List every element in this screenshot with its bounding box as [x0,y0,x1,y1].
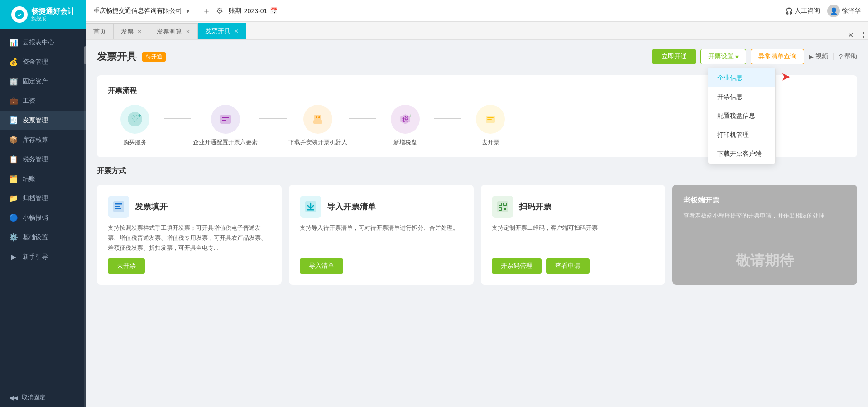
method-card-import-list: 导入开票清单 支持导入待开票清单，可对待开票清单进行拆分、合并处理。 导入清单 [289,185,474,285]
add-company-icon[interactable]: ＋ [202,5,211,16]
printer-mgmt-label: 打印机管理 [717,131,749,138]
divider: | [833,53,834,61]
page-actions: 立即开通 开票设置 ▾ 异常清单查询 ▶ 视频 | ? 帮助 [652,49,857,64]
logo-icon [11,6,28,23]
tab-home[interactable]: 首页 [86,23,114,39]
help-btn[interactable]: ? 帮助 [839,53,857,61]
dropdown-item-company-info[interactable]: 企业信息 ➤ [708,68,775,87]
svg-rect-10 [316,116,320,116]
tab-invoice-issue[interactable]: 发票开具 ✕ [198,23,246,39]
dropdown-item-printer-mgmt[interactable]: 打印机管理 [708,126,775,145]
account-period: 账期 2023-01 📅 [229,7,278,15]
sidebar-item-inventory[interactable]: 📦 库存核算 [0,130,86,150]
flow-icon-add-tax-disk: 税+ [391,105,420,134]
method-card-header-scan: 扫码开票 [492,196,655,218]
settings-btn-label: 开票设置 [708,53,734,61]
video-label: 视频 [815,53,828,61]
header-actions: ＋ ⚙ [197,5,229,16]
sidebar-item-cloud-report[interactable]: 📊 云报表中心 [0,33,86,52]
manual-fill-desc: 支持按照发票样式手工填开发票；可开具增值税电子普通发票、增值税普通发票、增值税专… [108,223,271,253]
dropdown-item-download-client[interactable]: 下载开票客户端 [708,145,775,164]
sidebar-item-fixed-assets[interactable]: 🏢 固定资产 [0,72,86,91]
app-subtitle: 旗舰版 [31,15,75,22]
sidebar-item-xiaogang-sales[interactable]: 🔵 小畅报销 [0,208,86,228]
scan-invoice-code-mgmt-btn[interactable]: 开票码管理 [492,258,542,274]
tabs-bar: 首页 发票 ✕ 发票测算 ✕ 发票开具 ✕ ✕ ⛶ [86,22,868,40]
tab-expand-btn[interactable]: ⛶ [857,31,864,39]
human-consultant-btn[interactable]: 🎧 人工咨询 [785,7,820,15]
tab-invoice[interactable]: 发票 ✕ [114,23,149,39]
svg-point-0 [15,10,24,19]
status-badge: 待开通 [142,52,166,62]
svg-text:税: 税 [402,116,408,123]
activate-btn[interactable]: 立即开通 [652,49,696,64]
tabs-right-actions: ✕ ⛶ [844,31,868,39]
fixed-assets-icon: 🏢 [9,77,18,86]
svg-rect-17 [487,119,492,120]
tab-invoice-label: 发票 [121,28,134,36]
sidebar-item-basic-settings[interactable]: ⚙️ 基础设置 [0,228,86,247]
method-card-scan-invoice: 扫码开票 支持定制开票二维码，客户端可扫码开票 开票码管理 查看申请 [481,185,666,285]
sidebar-item-label: 结账 [23,175,35,183]
anomaly-list-btn[interactable]: 异常清单查询 [751,49,804,64]
calendar-icon[interactable]: 📅 [270,7,278,15]
header-right: 🎧 人工咨询 👤 徐泽华 [785,5,861,17]
tab-invoice-issue-close[interactable]: ✕ [234,28,239,34]
scan-invoice-view-apply-btn[interactable]: 查看申请 [546,258,590,274]
svg-point-8 [316,116,317,118]
flow-icon-buy-service: ♡+ [120,105,149,134]
flow-label-config-enterprise: 企业开通配置开票六要素 [193,138,258,146]
sidebar-item-tax-mgmt[interactable]: 📋 税务管理 [0,150,86,169]
sidebar-nav: 📊 云报表中心 💰 资金管理 🏢 固定资产 💼 工资 🧾 发票管理 📦 库存核算… [0,29,86,388]
sidebar-item-archive-mgmt[interactable]: 📁 归档管理 [0,189,86,208]
question-icon: ? [839,53,843,60]
page-title-row: 发票开具 待开通 [97,50,166,63]
svg-point-9 [318,116,320,118]
logo-text-block: 畅捷通好会计 旗舰版 [31,7,75,22]
dropdown-arrow-container: 企业信息 ➤ [708,68,775,87]
flow-label-add-tax-disk: 新增税盘 [393,138,417,146]
flow-divider-4 [434,118,461,119]
header-left: 重庆畅捷交通信息咨询有限公司 ▼ ＋ ⚙ 账期 2023-01 📅 [93,5,278,16]
cancel-pin-icon: ◀◀ [9,394,18,401]
sidebar-item-label: 工资 [23,97,35,105]
settlement-icon: 🗂️ [9,174,18,183]
flow-item-buy-service: ♡+ 购买服务 [108,105,162,146]
settings-dropdown-btn[interactable]: 开票设置 ▾ [700,49,746,64]
flow-label-go-invoice: 去开票 [482,138,499,146]
cloud-report-icon: 📊 [9,38,18,47]
import-list-icon [300,196,321,218]
video-btn[interactable]: ▶ 视频 [809,53,828,61]
sidebar-item-invoice-mgmt[interactable]: 🧾 发票管理 [0,111,86,130]
tab-close-all-btn[interactable]: ✕ [848,31,854,39]
dropdown-item-invoice-info[interactable]: 开票信息 [708,87,775,107]
sidebar-item-fund-mgmt[interactable]: 💰 资金管理 [0,52,86,72]
tab-invoice-close[interactable]: ✕ [137,29,142,35]
tab-invoice-test[interactable]: 发票测算 ✕ [149,23,198,39]
sidebar-item-salary[interactable]: 💼 工资 [0,91,86,111]
red-arrow-icon: ➤ [782,71,790,83]
svg-rect-11 [313,120,322,124]
user-avatar-icon: 👤 [827,5,840,17]
download-client-label: 下载开票客户端 [717,150,762,157]
sidebar-item-settlement[interactable]: 🗂️ 结账 [0,169,86,189]
cancel-pin-label: 取消固定 [22,393,45,402]
tab-invoice-test-close[interactable]: ✕ [186,29,190,35]
user-profile-btn[interactable]: 👤 徐泽华 [827,5,861,17]
sidebar-item-new-guide[interactable]: ▶ 新手引导 [0,247,86,266]
svg-rect-5 [222,117,229,118]
method-card-header-import: 导入开票清单 [300,196,463,218]
scan-invoice-desc: 支持定制开票二维码，客户端可扫码开票 [492,223,655,253]
dropdown-item-tax-disk-config[interactable]: 配置税盘信息 [708,107,775,126]
import-list-btn[interactable]: 导入清单 [300,258,343,274]
flow-label-download-robot: 下载并安装开票机器人 [288,138,347,146]
company-selector[interactable]: 重庆畅捷交通信息咨询有限公司 ▼ [93,7,197,15]
sidebar-item-label: 税务管理 [23,155,48,164]
manual-fill-btn[interactable]: 去开票 [108,258,145,274]
sidebar-item-label: 小畅报销 [23,214,48,222]
settings-icon[interactable]: ⚙ [216,6,223,16]
sidebar-bottom-cancel-pin[interactable]: ◀◀ 取消固定 [0,388,86,407]
archive-mgmt-icon: 📁 [9,194,18,203]
svg-rect-23 [307,209,314,211]
tab-invoice-test-label: 发票测算 [157,28,182,36]
